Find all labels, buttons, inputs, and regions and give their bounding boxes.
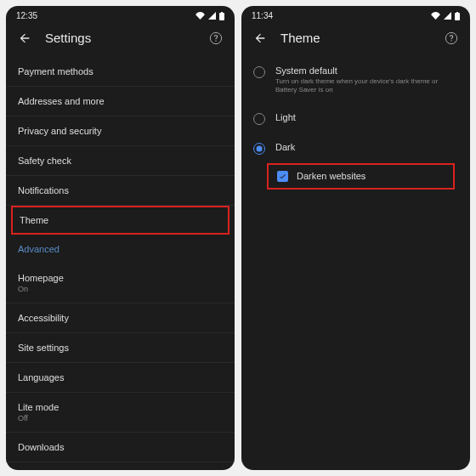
list-item[interactable]: Payment methods: [6, 57, 235, 87]
header: Settings: [6, 22, 235, 57]
status-time: 12:35: [16, 11, 37, 20]
header: Theme: [241, 22, 470, 57]
list-item[interactable]: Developer options: [6, 462, 235, 470]
signal-icon: [444, 12, 451, 20]
highlight-darken: Darken websites: [267, 163, 455, 190]
phone-left: 12:35 Settings Payment methods Addresses…: [6, 6, 235, 470]
phone-right: 11:34 Theme System default Turn on dark …: [241, 6, 470, 470]
page-title: Settings: [45, 31, 196, 45]
list-item[interactable]: Downloads: [6, 433, 235, 462]
radio-icon: [253, 66, 265, 78]
list-item[interactable]: Privacy and security: [6, 116, 235, 146]
status-bar: 11:34: [241, 6, 470, 22]
list-item[interactable]: Addresses and more: [6, 87, 235, 116]
status-bar: 12:35: [6, 6, 235, 22]
wifi-icon: [431, 12, 440, 20]
list-item[interactable]: Safety check: [6, 146, 235, 176]
option-light[interactable]: Light: [241, 104, 470, 133]
list-item[interactable]: Accessibility: [6, 303, 235, 333]
list-item[interactable]: Notifications: [6, 176, 235, 206]
back-icon[interactable]: [253, 31, 267, 45]
status-icons: [431, 12, 460, 20]
signal-icon: [208, 12, 216, 20]
svg-rect-3: [455, 13, 460, 20]
list-item[interactable]: Lite modeOff: [6, 393, 235, 433]
radio-icon: [253, 143, 265, 155]
help-icon[interactable]: [445, 31, 458, 45]
radio-icon: [253, 113, 265, 125]
wifi-icon: [196, 12, 205, 20]
status-icons: [196, 12, 224, 20]
theme-options: System default Turn on dark theme when y…: [241, 57, 470, 190]
settings-list: Payment methods Addresses and more Priva…: [6, 57, 235, 470]
list-item[interactable]: HomepageOn: [6, 264, 235, 303]
help-icon[interactable]: [209, 31, 223, 45]
option-system-default[interactable]: System default Turn on dark theme when y…: [241, 57, 470, 104]
back-icon[interactable]: [18, 31, 31, 45]
option-dark[interactable]: Dark: [241, 133, 470, 163]
list-item[interactable]: Site settings: [6, 333, 235, 363]
advanced-header[interactable]: Advanced: [6, 235, 235, 264]
page-title: Theme: [280, 31, 431, 45]
battery-icon: [455, 12, 460, 20]
battery-icon: [219, 12, 224, 20]
status-time: 11:34: [252, 11, 273, 20]
svg-rect-4: [456, 12, 458, 13]
highlight-theme: Theme: [11, 206, 230, 235]
svg-rect-1: [221, 12, 223, 13]
list-item[interactable]: Languages: [6, 363, 235, 393]
checkbox-darken-websites[interactable]: Darken websites: [269, 165, 453, 188]
svg-rect-0: [219, 13, 224, 20]
list-item-theme[interactable]: Theme: [13, 207, 228, 233]
checkbox-icon: [277, 171, 288, 182]
